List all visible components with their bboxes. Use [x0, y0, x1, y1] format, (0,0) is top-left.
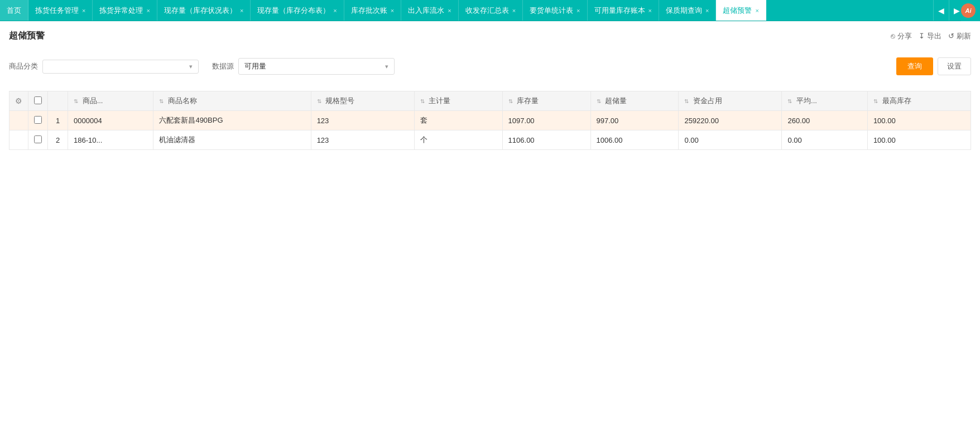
export-btn[interactable]: ↧ 导出: [919, 31, 941, 41]
top-right-area: Ai: [961, 0, 980, 21]
nav-item-收发存汇总表[interactable]: 收发存汇总表×: [459, 0, 523, 21]
nav-item-要货单统计表[interactable]: 要货单统计表×: [523, 0, 587, 21]
nav-close-icon[interactable]: ×: [333, 7, 337, 14]
cell-overstock: 997.00: [590, 111, 679, 130]
main-content: 超储预警 ⎋ 分享 ↧ 导出 ↺ 刷新 商品分类 ▾ 数据源: [0, 21, 980, 446]
nav-item-label: 拣货异常处理: [99, 6, 143, 16]
data-source-select[interactable]: 可用量 ▾: [238, 58, 395, 75]
nav-item-label: 首页: [7, 6, 21, 16]
nav-item-拣货任务管理[interactable]: 拣货任务管理×: [28, 0, 93, 21]
share-btn[interactable]: ⎋ 分享: [891, 31, 912, 41]
nav-close-icon[interactable]: ×: [755, 7, 758, 14]
col-checkbox: [28, 91, 48, 111]
nav-item-可用量库存账本[interactable]: 可用量库存账本×: [588, 0, 659, 21]
nav-close-icon[interactable]: ×: [705, 7, 709, 14]
cell-capital: 259220.00: [679, 111, 782, 130]
nav-item-首页[interactable]: 首页: [0, 0, 28, 21]
cell-avg: 0.00: [782, 130, 867, 150]
col-avg-header: ⇅ 平均...: [782, 91, 867, 111]
data-source-arrow-icon: ▾: [385, 63, 388, 70]
nav-close-icon[interactable]: ×: [512, 7, 516, 14]
nav-item-现存量-库存状况表-[interactable]: 现存量（库存状况表）×: [157, 0, 251, 21]
nav-close-icon[interactable]: ×: [240, 7, 243, 14]
nav-prev-btn[interactable]: ◀: [933, 0, 949, 21]
cell-product-code: 0000004: [68, 111, 153, 130]
nav-item-库存批次账[interactable]: 库存批次账×: [344, 0, 401, 21]
table-row: 10000004六配套新昌490BPG123套1097.00997.002592…: [9, 111, 971, 130]
nav-item-label: 现存量（库存状况表）: [164, 6, 237, 16]
nav-item-拣货异常处理[interactable]: 拣货异常处理×: [93, 0, 157, 21]
header-row: ⚙ ⇅ 商品... ⇅ 商品名称 ⇅ 规格型号: [9, 91, 971, 111]
cell-stock: 1097.00: [502, 111, 590, 130]
nav-close-icon[interactable]: ×: [391, 7, 394, 14]
settings-button[interactable]: 设置: [938, 57, 971, 75]
nav-item-出入库流水[interactable]: 出入库流水×: [401, 0, 458, 21]
nav-item-保质期查询[interactable]: 保质期查询×: [659, 0, 716, 21]
table-header: ⚙ ⇅ 商品... ⇅ 商品名称 ⇅ 规格型号: [9, 91, 971, 111]
filter-row: 商品分类 ▾ 数据源 可用量 ▾ 查询 设置: [9, 51, 971, 82]
col-overstock-header: ⇅ 超储量: [590, 91, 679, 111]
nav-item-现存量-库存分布表-[interactable]: 现存量（库存分布表）×: [251, 0, 344, 21]
product-category-filter: 商品分类 ▾: [9, 60, 199, 74]
nav-close-icon[interactable]: ×: [146, 7, 150, 14]
nav-close-icon[interactable]: ×: [448, 7, 451, 14]
sort-icon-avg: ⇅: [787, 98, 792, 104]
cell-rownum: 1: [48, 111, 68, 130]
col-spec-header: ⇅ 规格型号: [311, 91, 414, 111]
product-category-select[interactable]: ▾: [42, 60, 199, 74]
cell-product-name: 六配套新昌490BPG: [153, 111, 311, 130]
row-checkbox[interactable]: [34, 135, 42, 143]
select-all-checkbox[interactable]: [34, 96, 42, 104]
col-rownum-header: [48, 91, 68, 111]
nav-close-icon[interactable]: ×: [82, 7, 85, 14]
share-icon: ⎋: [891, 32, 895, 40]
cell-max-stock: 100.00: [867, 130, 971, 150]
nav-close-icon[interactable]: ×: [577, 7, 580, 14]
page-title: 超储预警: [9, 30, 45, 42]
col-product-code-header: ⇅ 商品...: [68, 91, 153, 111]
nav-item-label: 要货单统计表: [530, 6, 573, 16]
sort-icon-stock: ⇅: [508, 98, 513, 104]
avatar[interactable]: Ai: [961, 3, 976, 18]
cell-avg: 260.00: [782, 111, 867, 130]
cell-spec: 123: [311, 130, 414, 150]
refresh-icon: ↺: [948, 32, 954, 40]
data-table: ⚙ ⇅ 商品... ⇅ 商品名称 ⇅ 规格型号: [9, 91, 971, 150]
data-source-filter: 数据源 可用量 ▾: [212, 58, 395, 75]
nav-item-超储预警[interactable]: 超储预警×: [716, 0, 766, 21]
page-header: 超储预警 ⎋ 分享 ↧ 导出 ↺ 刷新: [9, 30, 971, 42]
sort-icon-capital: ⇅: [684, 98, 689, 104]
product-category-label: 商品分类: [9, 61, 38, 71]
cell-checkbox: [28, 130, 48, 150]
cell-product-name: 机油滤清器: [153, 130, 311, 150]
sort-icon-overstock: ⇅: [597, 98, 601, 104]
sort-icon-max-stock: ⇅: [873, 98, 878, 104]
share-label: 分享: [897, 31, 912, 41]
cell-product-code: 186-10...: [68, 130, 153, 150]
product-category-arrow-icon: ▾: [189, 63, 193, 70]
nav-item-label: 超储预警: [723, 6, 752, 16]
cell-unit: 个: [414, 130, 502, 150]
export-icon: ↧: [919, 32, 925, 40]
nav-item-label: 出入库流水: [408, 6, 444, 16]
data-source-value: 可用量: [244, 61, 266, 71]
col-product-name-header: ⇅ 商品名称: [153, 91, 311, 111]
cell-settings: [9, 111, 28, 130]
gear-icon[interactable]: ⚙: [15, 96, 22, 105]
nav-close-icon[interactable]: ×: [648, 7, 652, 14]
nav-item-label: 拣货任务管理: [35, 6, 79, 16]
refresh-btn[interactable]: ↺ 刷新: [948, 31, 971, 41]
query-button[interactable]: 查询: [896, 57, 933, 75]
col-stock-header: ⇅ 库存量: [502, 91, 590, 111]
col-settings: ⚙: [9, 91, 28, 111]
filter-actions: 查询 设置: [896, 57, 971, 75]
row-checkbox[interactable]: [34, 116, 42, 124]
cell-checkbox: [28, 111, 48, 130]
cell-settings: [9, 130, 28, 150]
sort-icon-product-name: ⇅: [159, 98, 164, 104]
top-nav: 首页拣货任务管理×拣货异常处理×现存量（库存状况表）×现存量（库存分布表）×库存…: [0, 0, 980, 21]
cell-max-stock: 100.00: [867, 111, 971, 130]
table-row: 2186-10...机油滤清器123个1106.001006.000.000.0…: [9, 130, 971, 150]
nav-item-label: 保质期查询: [666, 6, 702, 16]
col-max-stock-header: ⇅ 最高库存: [867, 91, 971, 111]
